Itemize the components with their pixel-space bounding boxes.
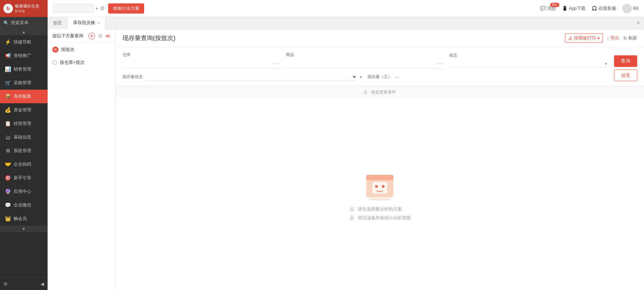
sidebar-item-enterprise[interactable]: 🤝 企业协同 bbox=[0, 158, 48, 171]
status-dropdown-icon[interactable]: ▾ bbox=[605, 61, 607, 66]
stock-status-label: 现存量状态 bbox=[122, 74, 143, 80]
add-scheme-btn[interactable]: + bbox=[88, 33, 95, 39]
export-label: 导出 bbox=[610, 35, 619, 41]
app-download-btn[interactable]: 📱 App下载 bbox=[562, 5, 586, 12]
print-label: 按模板打印 bbox=[574, 35, 596, 41]
sidebar-item-app-center[interactable]: 🔮 应用中心 bbox=[0, 185, 48, 198]
filter-scheme-by-batch[interactable]: 批 按批次 bbox=[48, 43, 115, 56]
warehouse-dots[interactable]: ··· bbox=[274, 60, 280, 67]
query-header: 现存量查询(按批次) 🖨 按模板打印 ▾ ↑ 导出 ↻ 刷新 bbox=[116, 29, 644, 47]
sidebar: b 畅康通好生意 标准版 🔍 搜索菜单 ▲ ⚡ 快捷导航 📢 营销推广 📊 销售… bbox=[0, 0, 48, 290]
collapse-icon: ⋀ bbox=[364, 90, 367, 94]
sidebar-item-finance[interactable]: 💰 资金管理 bbox=[0, 103, 48, 117]
messages-btn[interactable]: 💬 消息 99+ bbox=[540, 5, 556, 12]
svg-point-3 bbox=[375, 185, 378, 188]
setup-btn[interactable]: 设置 bbox=[614, 70, 637, 81]
topbar-gear-icon[interactable]: ⚙ bbox=[100, 5, 105, 12]
stock-status-select[interactable] bbox=[146, 72, 357, 81]
newbie-icon: 🎯 bbox=[5, 175, 11, 181]
dropdown-icon[interactable]: ▾ bbox=[96, 6, 98, 11]
filter-form: 仓库 ··· 商品 ··· bbox=[116, 47, 644, 86]
quick-nav-icon: ⚡ bbox=[5, 39, 11, 45]
topbar-actions: 💬 消息 99+ 📱 App下载 🎧 在线客服 Rit bbox=[540, 4, 639, 13]
filter-scheme-by-warehouse-batch[interactable]: 按仓库+批次 bbox=[48, 56, 115, 69]
app-version: 标准版 bbox=[15, 9, 39, 13]
user-avatar-area[interactable]: Rit bbox=[622, 4, 639, 13]
filter-panel-collapse-btn[interactable]: ≪ bbox=[105, 33, 111, 39]
status-input[interactable]: ▾ bbox=[449, 60, 607, 68]
online-service-btn[interactable]: 🎧 在线客服 bbox=[592, 5, 616, 12]
export-icon: ↑ bbox=[607, 36, 609, 41]
sidebar-label-inventory: 库存核算 bbox=[14, 93, 31, 99]
messages-icon: 💬 bbox=[540, 6, 546, 11]
operations-icon: 📋 bbox=[5, 121, 11, 127]
collapse-more-btn[interactable]: ⋀ 收起更多条件 bbox=[116, 86, 644, 98]
sidebar-item-system[interactable]: ⚙ 系统管理 bbox=[0, 144, 48, 158]
refresh-icon: ↻ bbox=[623, 36, 627, 41]
query-btn[interactable]: 查询 bbox=[614, 55, 637, 67]
app-center-icon: 🔮 bbox=[5, 188, 11, 195]
sidebar-item-operations[interactable]: 📋 经营管理 bbox=[0, 117, 48, 130]
tab-close-icon[interactable]: × bbox=[97, 20, 100, 25]
scheme-by-warehouse-batch-radio bbox=[52, 60, 57, 65]
status-label: 状态 bbox=[449, 53, 607, 58]
experience-btn[interactable]: 体验行业方案 bbox=[108, 3, 144, 14]
svg-point-4 bbox=[382, 185, 385, 188]
sidebar-nav: ▲ ⚡ 快捷导航 📢 营销推广 📊 销售管理 🛒 采购管理 📦 库存核算 💰 资… bbox=[0, 29, 48, 277]
sidebar-item-purchase[interactable]: 🛒 采购管理 bbox=[0, 76, 48, 90]
product-dots[interactable]: ··· bbox=[437, 60, 444, 67]
sidebar-item-newbie[interactable]: 🎯 新手引导 bbox=[0, 171, 48, 185]
close-all-btn[interactable]: × bbox=[633, 20, 644, 26]
scroll-up-btn[interactable]: ▲ bbox=[0, 29, 48, 35]
search-icon: 🔍 bbox=[3, 20, 9, 25]
sidebar-label-purchase: 采购管理 bbox=[14, 80, 31, 86]
sidebar-label-quick-nav: 快捷导航 bbox=[14, 39, 31, 45]
stock-qty-label: 现存量（主） bbox=[368, 74, 392, 80]
empty-hint-1: 1 请先选择要分析的方案 bbox=[349, 206, 411, 212]
online-service-icon: 🎧 bbox=[592, 6, 597, 11]
sidebar-item-member[interactable]: 👑 畅会员 bbox=[0, 212, 48, 225]
settings-btn[interactable]: ⚙ bbox=[3, 281, 8, 287]
filter-panel: 按以下方案查询 + ⚙ ≪ 批 按批次 按仓库+批次 bbox=[48, 29, 116, 290]
scroll-down-btn[interactable]: ▼ bbox=[0, 225, 48, 232]
sidebar-item-marketing[interactable]: 📢 营销推广 bbox=[0, 49, 48, 62]
purchase-icon: 🛒 bbox=[5, 80, 11, 86]
tab-inventory-batch[interactable]: 库存批次账 × bbox=[68, 17, 105, 29]
messages-badge: 99+ bbox=[550, 3, 559, 7]
stock-status-dropdown-icon[interactable]: ▾ bbox=[360, 74, 362, 79]
sidebar-label-wechat: 企业微信 bbox=[14, 202, 31, 208]
username: Rit bbox=[633, 6, 639, 11]
export-btn[interactable]: ↑ 导出 bbox=[607, 35, 620, 41]
sidebar-item-inventory[interactable]: 📦 库存核算 bbox=[0, 90, 48, 103]
sidebar-label-finance: 资金管理 bbox=[14, 107, 31, 113]
query-header-actions: 🖨 按模板打印 ▾ ↑ 导出 ↻ 刷新 bbox=[565, 33, 638, 43]
warehouse-input[interactable]: ··· bbox=[122, 59, 281, 68]
tab-home[interactable]: 首页 bbox=[48, 17, 68, 29]
sidebar-item-quick-nav[interactable]: ⚡ 快捷导航 bbox=[0, 35, 48, 49]
sidebar-footer: ⚙ ◀ bbox=[0, 277, 48, 290]
print-dropdown-icon: ▾ bbox=[597, 36, 600, 41]
product-field: 商品 ··· bbox=[286, 52, 444, 68]
app-name: 畅康通好生意 bbox=[15, 4, 39, 9]
topbar-search-input[interactable] bbox=[53, 4, 94, 13]
filter-panel-gear-icon[interactable]: ⚙ bbox=[98, 33, 102, 39]
product-input[interactable]: ··· bbox=[286, 59, 444, 68]
empty-hint-2: 2 用过滤条件来缩小分析范围 bbox=[349, 215, 411, 221]
query-area: 现存量查询(按批次) 🖨 按模板打印 ▾ ↑ 导出 ↻ 刷新 bbox=[116, 29, 644, 290]
sidebar-item-sales[interactable]: 📊 销售管理 bbox=[0, 62, 48, 76]
tabbar: 首页 库存批次账 × × bbox=[48, 17, 644, 29]
collapse-label: 收起更多条件 bbox=[371, 90, 396, 94]
filter-row-main: 仓库 ··· 商品 ··· bbox=[122, 52, 637, 81]
refresh-label: 刷新 bbox=[628, 35, 637, 41]
inventory-icon: 📦 bbox=[5, 93, 11, 99]
search-menu[interactable]: 🔍 搜索菜单 bbox=[0, 17, 48, 29]
collapse-sidebar-btn[interactable]: ◀ bbox=[40, 281, 44, 287]
sidebar-item-basics[interactable]: 🗂 基础信息 bbox=[0, 130, 48, 144]
sidebar-label-marketing: 营销推广 bbox=[14, 53, 31, 59]
hint-text-1: 请先选择要分析的方案 bbox=[358, 206, 402, 212]
wechat-icon: 💬 bbox=[5, 202, 11, 208]
online-service-label: 在线客服 bbox=[598, 5, 616, 12]
refresh-btn[interactable]: ↻ 刷新 bbox=[623, 35, 637, 41]
sidebar-item-wechat[interactable]: 💬 企业微信 bbox=[0, 198, 48, 212]
print-btn[interactable]: 🖨 按模板打印 ▾ bbox=[565, 33, 603, 43]
